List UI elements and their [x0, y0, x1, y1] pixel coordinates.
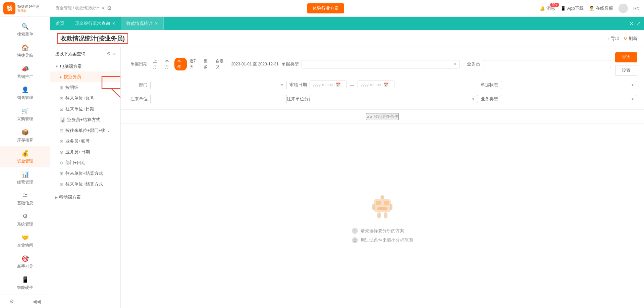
biz-type-select[interactable]: ▾ — [501, 95, 637, 103]
marketing-icon: 📣 — [21, 65, 29, 72]
sidebar-item-enterprise[interactable]: 🤝 企业协同 — [0, 230, 50, 252]
add-scheme-btn[interactable]: + — [102, 51, 105, 57]
date-tab-custom[interactable]: 自定义 — [213, 58, 228, 70]
sidebar-item-finance[interactable]: 💰 资金管理 — [0, 146, 50, 167]
collapse-conditions-btn[interactable]: ∧∧ 收起更多条件 — [366, 113, 399, 120]
user-name: Rit — [633, 6, 639, 11]
tab-bank-flow[interactable]: 现金银行流水查询 ✕ — [70, 17, 121, 30]
header-gear-icon[interactable]: ⚙ — [107, 5, 112, 11]
tab-close-all-btn[interactable]: ✕ — [629, 20, 634, 27]
tab-home[interactable]: 首页 — [50, 20, 70, 27]
scheme-item-salesperson-account[interactable]: ⊡ 业务员+账号 — [50, 136, 120, 147]
sidebar-label-marketing: 营销推广 — [17, 74, 33, 80]
scheme-item-partner-account[interactable]: ⊡ 往来单位+账号 — [50, 93, 120, 104]
review-date-end-input[interactable]: yyyy-mm-dd 📅 — [358, 81, 394, 89]
biz-type-arrow-icon: ▾ — [632, 97, 634, 101]
purchase-icon: 🛒 — [21, 107, 29, 115]
trial-button[interactable]: 体验行业方案 — [307, 3, 344, 13]
tab-expand-btn[interactable]: ⤢ — [636, 20, 641, 27]
scheme-item-by-salesperson[interactable]: ● 按业务员 — [50, 71, 120, 82]
review-date-start-input[interactable]: yyyy-mm-dd 📅 — [310, 81, 346, 89]
voucher-type-control: ▾ — [302, 60, 460, 68]
scheme-label-partner-settle2: 往来单位+结算方式 — [65, 181, 103, 187]
voucher-type-select[interactable]: ▾ — [302, 60, 460, 68]
biz-type-label: 业务类型 — [478, 96, 498, 102]
tab-bank-flow-label: 现金银行流水查询 — [75, 20, 110, 27]
sidebar: 畅 畅捷通好生意 标准版 🔍 搜索菜单 🏠 快捷导航 📣 营销推广 👤 销售管理 — [0, 0, 50, 308]
sidebar-item-basic[interactable]: 🗂 基础信息 — [0, 189, 50, 209]
scheme-item-partner-date[interactable]: ⊡ 往来单位+日期 — [50, 104, 120, 114]
mobile-scheme-group-header[interactable]: ▶ 移动端方案 — [50, 192, 120, 202]
sidebar-nav: 🔍 搜索菜单 🏠 快捷导航 📣 营销推广 👤 销售管理 🛒 采购管理 📦 — [0, 17, 50, 295]
settings-footer-btn[interactable]: ⚙ — [9, 298, 14, 305]
sidebar-label-nav: 快捷导航 — [17, 53, 33, 58]
scheme-label-by-salesperson: 按业务员 — [64, 74, 81, 80]
main-area: 资金管理 / 收款情况统计 ▾ ⚙ 体验行业方案 🔔 消息 99+ 📱 App下… — [50, 0, 644, 308]
message-button[interactable]: 🔔 消息 99+ — [540, 5, 555, 11]
date-tab-last-month[interactable]: 上月 — [150, 58, 162, 70]
app-download-button[interactable]: 📱 App下载 — [560, 5, 584, 11]
scheme-item-salesperson-settle[interactable]: 📊 业务员+结算方式 — [50, 114, 120, 125]
export-button[interactable]: ↑ 导出 — [607, 36, 620, 42]
left-panel-title: 按以下方案查询 — [55, 51, 86, 57]
svg-rect-9 — [377, 212, 381, 218]
basic-icon: 🗂 — [22, 192, 28, 199]
tab-receipt-stat-close[interactable]: ✕ — [155, 21, 158, 26]
settings-button[interactable]: 设置 — [615, 65, 637, 76]
tab-bank-flow-close[interactable]: ✕ — [112, 21, 115, 26]
scheme-item-partner-settle1[interactable]: ⊞ 往来单位+结算方式 — [50, 168, 120, 179]
sidebar-item-hardware[interactable]: 📱 智能硬件 — [0, 273, 50, 294]
dept-select[interactable]: ▾ — [150, 81, 287, 89]
sidebar-item-sales[interactable]: 👤 销售管理 — [0, 83, 50, 104]
scheme-item-dept-date[interactable]: ⊙ 部门+日期 — [50, 157, 120, 168]
partner-select[interactable]: ··· — [150, 94, 287, 104]
sidebar-item-operation[interactable]: 📊 经营管理 — [0, 167, 50, 189]
review-date-end-value: yyyy-mm-dd — [361, 83, 382, 87]
filter-biz-type: 业务类型 ▾ — [478, 95, 637, 103]
sidebar-item-system[interactable]: ⚙ 系统管理 — [0, 209, 50, 230]
tab-receipt-stat[interactable]: 收款情况统计 ✕ — [121, 17, 164, 30]
partner-category-select[interactable]: ▾ — [310, 95, 478, 103]
date-tab-more[interactable]: 更多 — [201, 58, 213, 70]
tip-item-2: 2 用过滤条件来缩小分析范围 — [352, 237, 413, 243]
scheme-label-salesperson-date: 业务员+日期 — [65, 149, 90, 155]
scheme-item-salesperson-date[interactable]: ⊙ 业务员+日期 — [50, 147, 120, 157]
sidebar-item-purchase[interactable]: 🛒 采购管理 — [0, 104, 50, 125]
date-tab-this-month[interactable]: 本月 — [162, 58, 174, 70]
sidebar-label-enterprise: 企业协同 — [17, 243, 33, 248]
partner-label: 往来单位 — [127, 96, 148, 102]
scheme-item-by-detail[interactable]: ⊞ 按明细 — [50, 82, 120, 93]
page-header: 收款情况统计(按业务员) ↑ 导出 ↻ 刷新 — [50, 30, 644, 47]
collapse-sidebar-btn[interactable]: ◀◀ — [33, 298, 41, 305]
refresh-button[interactable]: ↻ 刷新 — [624, 36, 637, 42]
scheme-item-partner-settle2[interactable]: ⊡ 往来单位+结算方式 — [50, 179, 120, 190]
top-header: 资金管理 / 收款情况统计 ▾ ⚙ 体验行业方案 🔔 消息 99+ 📱 App下… — [50, 0, 644, 17]
partner-more-icon[interactable]: ··· — [276, 96, 280, 102]
voucher-type-arrow-icon: ▾ — [454, 62, 456, 66]
breadcrumb-dropdown-icon[interactable]: ▾ — [102, 6, 104, 11]
avatar[interactable] — [619, 4, 628, 13]
scheme-item-partner-dept-receipt[interactable]: ⊡ 按往来单位+部门+收... — [50, 125, 120, 136]
tip-item-1: 1 请先选择要分析的方案 — [352, 228, 413, 234]
salesperson-select[interactable]: ··· — [483, 60, 611, 68]
online-service-button[interactable]: 👨‍💼 在线客服 — [589, 5, 613, 11]
query-button[interactable]: 查询 — [615, 52, 637, 62]
filter-review-date: 审核日期 yyyy-mm-dd 📅 — yyyy-mm-dd 📅 — [287, 81, 478, 89]
home-icon: 🏠 — [21, 44, 29, 51]
voucher-status-select[interactable]: ▾ — [501, 81, 637, 89]
partner-control: ··· — [150, 94, 287, 104]
sidebar-item-inventory[interactable]: 📦 库存核算 — [0, 125, 50, 146]
mobile-group-label: 移动端方案 — [59, 194, 81, 200]
date-tab-7days[interactable]: 近7天 — [187, 58, 201, 70]
date-tab-this-year[interactable]: 本年 — [174, 58, 186, 70]
sidebar-item-search[interactable]: 🔍 搜索菜单 — [0, 19, 50, 41]
desktop-scheme-group-header[interactable]: ▼ 电脑端方案 — [50, 61, 120, 71]
scheme-settings-btn[interactable]: ⚙ — [107, 51, 111, 57]
sidebar-item-nav[interactable]: 🏠 快捷导航 — [0, 41, 50, 62]
svg-point-11 — [380, 195, 384, 199]
sidebar-item-marketing[interactable]: 📣 营销推广 — [0, 62, 50, 83]
sidebar-item-guide[interactable]: 🎯 新手引导 — [0, 252, 50, 273]
collapse-panel-btn[interactable]: « — [113, 51, 116, 57]
sales-icon: 👤 — [21, 86, 29, 94]
system-icon: ⚙ — [22, 213, 28, 220]
